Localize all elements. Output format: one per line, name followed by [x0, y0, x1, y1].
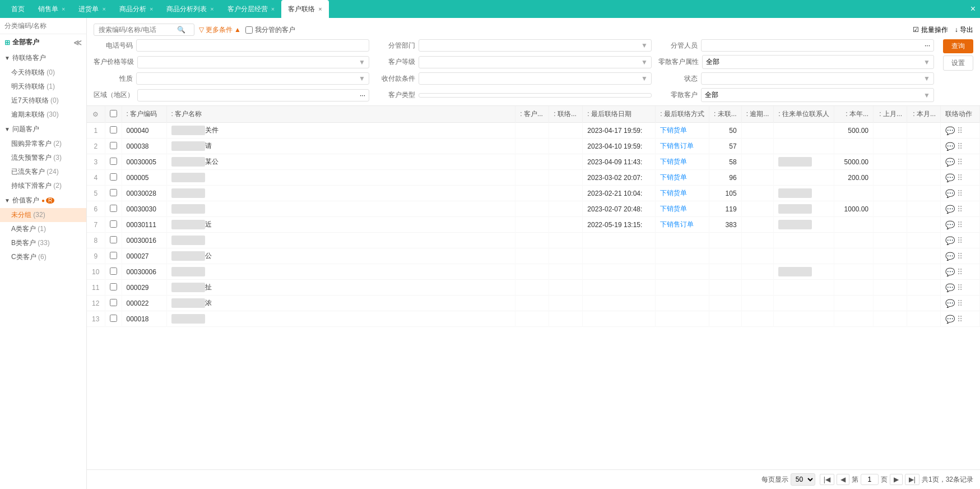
sidebar-group-value[interactable]: ▼ 价值客户 ● R [0, 193, 86, 208]
tab-purchase[interactable]: 进货单 × [72, 0, 112, 18]
sidebar-all-customers[interactable]: ⊞ 全部客户 ≪ [0, 34, 86, 50]
more-actions-icon[interactable]: ⠿ [957, 315, 963, 324]
filter-manager-select[interactable]: ··· [701, 39, 934, 52]
th-code[interactable]: : 客户编码 [122, 106, 166, 123]
row-checkbox[interactable] [110, 252, 117, 259]
per-page-select[interactable]: 50 [791, 473, 815, 486]
tab-sales[interactable]: 销售单 × [31, 0, 72, 18]
method-link[interactable]: 下销货单 [660, 126, 687, 134]
row-checkbox[interactable] [110, 299, 117, 306]
row-checkbox[interactable] [110, 158, 117, 165]
sidebar-item-7days[interactable]: 近7天待联络 (0) [0, 94, 86, 108]
row-checkbox[interactable] [110, 142, 117, 149]
th-uncontact[interactable]: : 未联... [709, 106, 741, 123]
sidebar-item-class-c[interactable]: C类客户 (6) [0, 250, 86, 264]
more-actions-icon[interactable]: ⠿ [957, 283, 963, 292]
chat-icon[interactable]: 💬 [945, 283, 955, 292]
sidebar-item-hoarding[interactable]: 囤购异常客户 (2) [0, 137, 86, 151]
reset-button[interactable]: 设置 [943, 56, 973, 71]
filter-gender-select[interactable]: ▼ [136, 72, 369, 85]
chat-icon[interactable]: 💬 [945, 126, 955, 135]
select-all-checkbox[interactable] [110, 110, 117, 117]
prev-page-btn[interactable]: ◀ [837, 474, 849, 485]
th-overdue[interactable]: : 逾期... [741, 106, 774, 123]
first-page-btn[interactable]: |◀ [820, 474, 834, 485]
th-lastmonth[interactable]: : 上月... [874, 106, 907, 123]
page-input[interactable] [861, 474, 879, 485]
more-actions-icon[interactable]: ⠿ [957, 173, 963, 182]
chat-icon[interactable]: 💬 [945, 142, 955, 151]
row-checkbox[interactable] [110, 283, 117, 290]
tab-analysis-list[interactable]: 商品分析列表 × [160, 0, 220, 18]
more-actions-icon[interactable]: ⠿ [957, 267, 963, 276]
sidebar-item-declining[interactable]: 持续下滑客户 (2) [0, 179, 86, 193]
th-contact[interactable]: : 联络... [549, 106, 583, 123]
method-link[interactable]: 下销货单 [660, 173, 687, 181]
sidebar-item-tomorrow[interactable]: 明天待联络 (1) [0, 80, 86, 94]
chat-icon[interactable]: 💬 [945, 158, 955, 167]
filter-price-level-select[interactable]: ▼ [137, 56, 369, 68]
sidebar-item-ungrouped[interactable]: 未分组 (32) [0, 208, 86, 222]
method-link[interactable]: 下销售订单 [660, 142, 694, 150]
filter-phone-input[interactable] [136, 39, 369, 52]
filter-retail-attr-select[interactable]: 全部 ▼ [702, 55, 934, 69]
tab-customer-tier[interactable]: 客户分层经营 × [221, 0, 281, 18]
batch-operation-btn[interactable]: ☑ 批量操作 [913, 25, 948, 35]
th-last-date[interactable]: : 最后联络日期 [583, 106, 656, 123]
row-checkbox[interactable] [110, 173, 117, 181]
sidebar-item-lost[interactable]: 已流失客户 (24) [0, 165, 86, 179]
sidebar-collapse-btn[interactable]: ≪ [73, 38, 82, 47]
more-actions-icon[interactable]: ⠿ [957, 220, 963, 229]
chat-icon[interactable]: 💬 [945, 173, 955, 182]
query-button[interactable]: 查询 [943, 39, 973, 53]
close-tab-customer-contact[interactable]: × [318, 6, 322, 12]
close-tab-analysis-list[interactable]: × [210, 6, 213, 12]
chat-icon[interactable]: 💬 [945, 267, 955, 276]
th-last-method[interactable]: : 最后联络方式 [656, 106, 709, 123]
more-actions-icon[interactable]: ⠿ [957, 189, 963, 198]
sidebar-item-churn-warning[interactable]: 流失预警客户 (3) [0, 151, 86, 165]
row-checkbox[interactable] [110, 189, 117, 196]
filter-search-input[interactable] [99, 26, 177, 34]
chat-icon[interactable]: 💬 [945, 236, 955, 245]
row-checkbox[interactable] [110, 315, 117, 322]
close-all-tabs[interactable]: × [970, 4, 976, 14]
row-checkbox[interactable] [110, 236, 117, 243]
method-link[interactable]: 下销货单 [660, 158, 687, 165]
sidebar-item-class-a[interactable]: A类客户 (1) [0, 222, 86, 236]
sidebar-item-today[interactable]: 今天待联络 (0) [0, 66, 86, 80]
row-checkbox[interactable] [110, 220, 117, 228]
row-checkbox[interactable] [110, 205, 117, 212]
filter-payment-select[interactable]: ▼ [419, 72, 652, 85]
sidebar-group-problem[interactable]: ▼ 问题客户 [0, 122, 86, 137]
more-actions-icon[interactable]: ⠿ [957, 252, 963, 261]
sidebar-search-input[interactable] [4, 22, 87, 30]
filter-customer-level-select[interactable]: ▼ [419, 56, 652, 68]
filter-search-icon[interactable]: 🔍 [177, 26, 185, 34]
th-partner[interactable]: : 往来单位联系人 [774, 106, 834, 123]
filter-retail-customer-select[interactable]: 全部 ▼ [701, 88, 934, 102]
sidebar-item-class-b[interactable]: B类客户 (33) [0, 236, 86, 250]
more-actions-icon[interactable]: ⠿ [957, 158, 963, 167]
chat-icon[interactable]: 💬 [945, 189, 955, 198]
more-actions-icon[interactable]: ⠿ [957, 236, 963, 245]
close-tab-purchase[interactable]: × [102, 6, 105, 12]
method-link[interactable]: 下销售订单 [660, 220, 694, 228]
th-type[interactable]: : 客户... [515, 106, 549, 123]
chat-icon[interactable]: 💬 [945, 315, 955, 324]
chat-icon[interactable]: 💬 [945, 299, 955, 308]
method-link[interactable]: 下销货单 [660, 189, 687, 197]
more-actions-icon[interactable]: ⠿ [957, 126, 963, 135]
method-link[interactable]: 下销货单 [660, 205, 687, 213]
more-actions-icon[interactable]: ⠿ [957, 299, 963, 308]
th-thismonth[interactable]: : 本月... [907, 106, 941, 123]
row-checkbox[interactable] [110, 126, 117, 133]
export-btn[interactable]: ↓ 导出 [955, 25, 973, 35]
close-tab-analysis[interactable]: × [150, 6, 153, 12]
chat-icon[interactable]: 💬 [945, 220, 955, 229]
filter-more-btn[interactable]: ▽ 更多条件 ▲ [199, 25, 241, 35]
filter-dept-select[interactable]: ▼ [419, 39, 652, 52]
close-tab-customer-tier[interactable]: × [271, 6, 275, 12]
next-page-btn[interactable]: ▶ [890, 474, 903, 485]
tab-analysis[interactable]: 商品分析 × [113, 0, 160, 18]
